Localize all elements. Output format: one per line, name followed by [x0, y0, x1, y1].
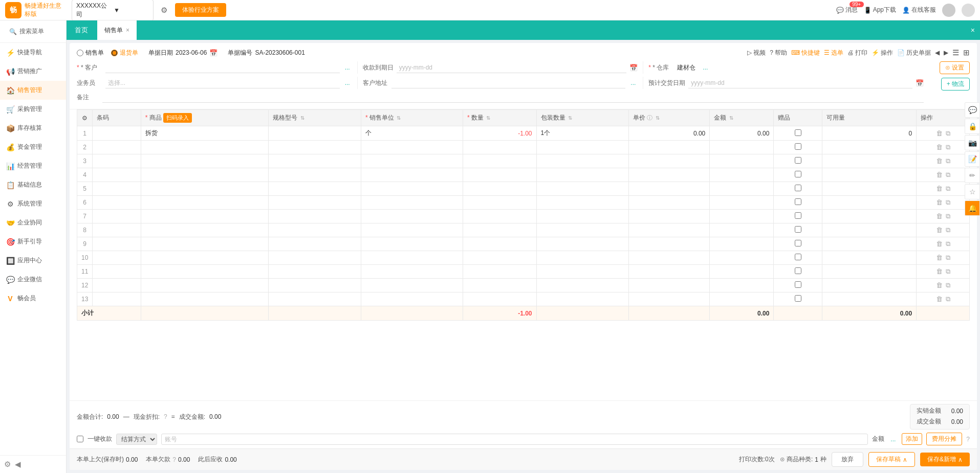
sidebar-item-guide[interactable]: 🎯 新手引导 — [0, 232, 66, 251]
settings-button[interactable]: ⊙ 设置 — [940, 61, 970, 74]
rf-chat-icon[interactable]: 💬 — [965, 102, 980, 118]
sidebar-gear-icon[interactable]: ⚙ — [4, 460, 11, 469]
copy-icon[interactable]: ⧉ — [946, 254, 950, 262]
pack-sort-icon[interactable]: ⇅ — [568, 115, 572, 121]
copy-icon[interactable]: ⧉ — [946, 226, 950, 234]
delete-icon[interactable]: 🗑 — [936, 143, 943, 151]
sidebar-item-appstore[interactable]: 🔲 应用中心 — [0, 251, 66, 270]
scan-button[interactable]: 扫码录入 — [163, 113, 192, 123]
gift-checkbox[interactable] — [795, 171, 801, 177]
avatar2[interactable] — [962, 4, 975, 17]
shortcut-button[interactable]: ⌨ 快捷键 — [791, 49, 820, 57]
gift-checkbox[interactable] — [795, 129, 801, 136]
notes-input[interactable] — [102, 92, 924, 103]
one-click-payment-checkbox[interactable] — [77, 436, 83, 442]
customer-addr-ellipsis[interactable]: ... — [628, 79, 638, 86]
delete-icon[interactable]: 🗑 — [936, 240, 943, 248]
sidebar-item-enterprise[interactable]: 🤝 企业协同 — [0, 213, 66, 232]
add-payment-button[interactable]: 添加 — [902, 433, 922, 445]
delete-icon[interactable]: 🗑 — [936, 226, 943, 234]
expected-date-input[interactable] — [688, 78, 912, 88]
rf-note-icon[interactable]: 📝 — [965, 151, 980, 167]
overdue-help-icon[interactable]: ? — [172, 456, 176, 463]
rf-bell-icon[interactable]: 🔔 — [965, 200, 980, 216]
save-draft-chevron-icon[interactable]: ∧ — [903, 456, 907, 463]
cell-amount[interactable]: 0.00 — [710, 126, 774, 141]
online-service-button[interactable]: 👤 在线客服 — [902, 6, 936, 14]
logistics-button[interactable]: + 物流 — [941, 78, 970, 91]
gift-checkbox[interactable] — [795, 281, 801, 288]
copy-icon[interactable]: ⧉ — [946, 185, 950, 193]
cell-pack-qty[interactable]: 1个 — [536, 126, 628, 141]
salesperson-ellipsis[interactable]: ... — [343, 79, 352, 86]
gift-checkbox[interactable] — [795, 295, 801, 302]
spec-sort-icon[interactable]: ⇅ — [300, 115, 304, 121]
delete-icon[interactable]: 🗑 — [936, 295, 943, 303]
select-button[interactable]: ☰ 选单 — [824, 49, 843, 57]
price-info-icon[interactable]: ⓘ — [647, 115, 652, 121]
sidebar-item-vip[interactable]: V 畅会员 — [0, 289, 66, 308]
gift-checkbox[interactable] — [795, 185, 801, 191]
copy-icon[interactable]: ⧉ — [946, 129, 950, 138]
save-new-chevron-icon[interactable]: ∧ — [958, 456, 963, 463]
sidebar-item-system[interactable]: ⚙ 系统管理 — [0, 194, 66, 213]
grid-view-icon[interactable]: ⊞ — [963, 48, 970, 57]
amount-sort-icon[interactable]: ⇅ — [729, 115, 733, 121]
help-button[interactable]: ? 帮助 — [770, 49, 787, 57]
delete-icon[interactable]: 🗑 — [936, 267, 943, 276]
delete-icon[interactable]: 🗑 — [936, 185, 943, 193]
price-sort-icon[interactable]: ⇅ — [656, 115, 660, 121]
avatar[interactable] — [942, 4, 955, 17]
due-date-calendar-icon[interactable]: 📅 — [629, 64, 638, 72]
customer-ellipsis[interactable]: ... — [343, 64, 352, 71]
tab-sales-order[interactable]: 销售单 × — [97, 20, 137, 40]
tab-close-icon[interactable]: × — [126, 27, 129, 34]
delete-icon[interactable]: 🗑 — [936, 198, 943, 207]
list-view-icon[interactable]: ☰ — [952, 48, 959, 57]
warehouse-ellipsis[interactable]: ... — [701, 64, 710, 71]
radio-return[interactable]: 退货单 — [111, 49, 138, 57]
discard-button[interactable]: 放弃 — [832, 452, 863, 467]
sidebar-item-wechat[interactable]: 💬 企业微信 — [0, 270, 66, 289]
cell-unit[interactable]: 个 — [361, 126, 463, 141]
operate-button[interactable]: ⚡ 操作 — [872, 49, 893, 57]
delete-icon[interactable]: 🗑 — [936, 212, 943, 220]
salesperson-input[interactable] — [105, 78, 340, 88]
cell-product[interactable]: 拆货 — [141, 126, 269, 141]
app-download-button[interactable]: 📱 App下载 — [864, 6, 896, 14]
delete-icon[interactable]: 🗑 — [936, 157, 943, 165]
rf-star-icon[interactable]: ☆ — [965, 184, 980, 199]
col-gear[interactable]: ⚙ — [77, 110, 93, 126]
copy-icon[interactable]: ⧉ — [946, 240, 950, 248]
settle-method-select[interactable]: 结算方式 — [116, 434, 157, 445]
gift-checkbox[interactable] — [795, 267, 801, 274]
rf-camera-icon[interactable]: 📷 — [965, 135, 980, 150]
sidebar-item-finance[interactable]: 💰 资金管理 — [0, 138, 66, 156]
nav-prev-icon[interactable]: ◀ — [935, 49, 940, 56]
copy-icon[interactable]: ⧉ — [946, 212, 950, 220]
qty-sort-icon[interactable]: ⇅ — [486, 115, 490, 121]
copy-icon[interactable]: ⧉ — [946, 171, 950, 179]
video-button[interactable]: ▷ 视频 — [747, 49, 766, 57]
print-button[interactable]: 🖨 打印 — [847, 49, 867, 57]
gift-checkbox[interactable] — [795, 212, 801, 219]
cell-qty[interactable]: -1.00 — [463, 126, 536, 141]
tab-home[interactable]: 首页 — [67, 20, 96, 40]
sidebar-collapse-icon[interactable]: ◀ — [15, 460, 21, 469]
rf-edit-icon[interactable]: ✏ — [965, 168, 980, 183]
save-new-button[interactable]: 保存&新增 ∧ — [920, 453, 970, 466]
customer-input[interactable] — [105, 62, 340, 73]
copy-icon[interactable]: ⧉ — [946, 295, 950, 303]
cell-gift[interactable] — [774, 126, 822, 141]
radio-sales[interactable]: 销售单 — [77, 49, 104, 57]
sidebar-item-purchase[interactable]: 🛒 采购管理 — [0, 100, 66, 119]
cell-spec[interactable] — [269, 126, 361, 141]
calendar-icon[interactable]: 📅 — [209, 49, 217, 57]
copy-icon[interactable]: ⧉ — [946, 157, 950, 165]
expense-split-button[interactable]: 费用分摊 — [926, 433, 962, 445]
gift-checkbox[interactable] — [795, 240, 801, 246]
customer-addr-input[interactable] — [391, 78, 626, 88]
cell-price[interactable]: 0.00 — [629, 126, 710, 141]
sidebar-item-quick-nav[interactable]: ⚡ 快捷导航 — [0, 43, 66, 62]
gift-checkbox[interactable] — [795, 143, 801, 150]
